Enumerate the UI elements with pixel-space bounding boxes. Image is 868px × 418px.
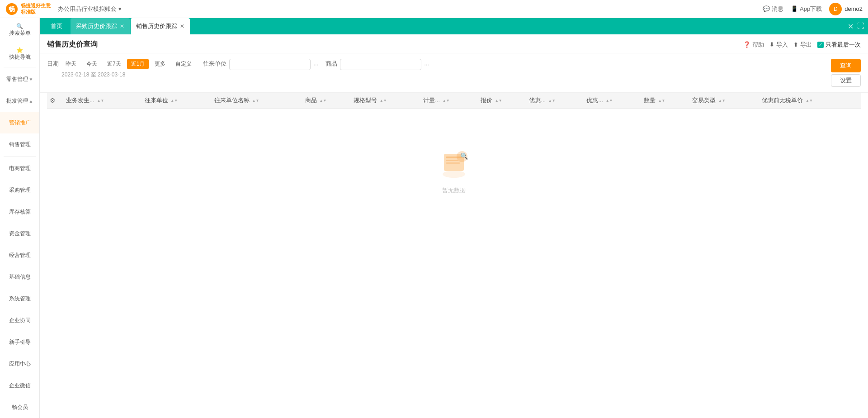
content-area: 首页 采购历史价跟踪 ✕ 销售历史价跟踪 ✕ ✕ ⛶ 销售历史价查询 [40,18,868,418]
sidebar-item-vip[interactable]: 畅会员 [0,396,39,418]
th-pretax-price[interactable]: 优惠前无税单价 ▲▼ [759,93,861,109]
th-unit[interactable]: 计量... ▲▼ [420,93,478,109]
sort-arrows-3: ▲▼ [252,99,259,103]
date-btn-1month[interactable]: 近1月 [127,59,149,69]
help-btn[interactable]: ❓ 帮助 [743,41,764,49]
sort-arrows-4: ▲▼ [320,99,327,103]
user-name: demo2 [844,5,863,12]
svg-text:🔍: 🔍 [460,152,468,160]
top-bar-right: 💬 消息 📱 App下载 D demo2 [763,3,863,15]
tab-close-purchase[interactable]: ✕ [120,24,124,29]
tab-home[interactable]: 首页 [43,18,70,34]
sidebar-item-search[interactable]: 🔍 搜索菜单 [0,18,39,42]
sidebar-item-ecommerce[interactable]: 电商管理 [0,157,39,179]
help-icon: ❓ [743,41,750,48]
data-table: ⚙ 业务发生... ▲▼ 往来单位 ▲▼ 往来单位名称 [47,93,861,109]
th-partner-name[interactable]: 往来单位名称 ▲▼ [212,93,302,109]
empty-icon: 🔍 [436,145,472,181]
sidebar-item-basic[interactable]: 基础信息 [0,266,39,288]
sort-arrows-11: ▲▼ [718,99,726,103]
tab-bar-actions: ✕ ⛶ [848,22,864,31]
chevron-up-icon: ▲ [29,99,33,104]
query-button[interactable]: 查询 [831,59,861,72]
th-partner-code[interactable]: 往来单位 ▲▼ [142,93,212,109]
export-btn[interactable]: ⬆ 导出 [793,41,812,49]
sidebar-item-purchase[interactable]: 采购管理 [0,179,39,201]
partner-dots[interactable]: ··· [313,61,318,68]
only-last-checkbox-area[interactable]: ✓ 只看最后一次 [817,41,861,49]
user-area[interactable]: D demo2 [829,3,863,15]
goods-input[interactable] [340,59,421,70]
table-header: ⚙ 业务发生... ▲▼ 往来单位 ▲▼ 往来单位名称 [47,93,861,109]
page-title: 销售历史价查询 [47,40,98,49]
message-btn[interactable]: 💬 消息 [763,5,783,13]
filter-actions: 查询 设置 [831,59,861,87]
sidebar-divider-2 [4,156,36,157]
date-btn-yesterday[interactable]: 昨天 [61,59,80,69]
import-btn[interactable]: ⬇ 导入 [769,41,788,49]
sidebar-item-appstore[interactable]: 应用中心 [0,353,39,375]
th-spec[interactable]: 规格型号 ▲▼ [351,93,420,109]
tab-purchase-history[interactable]: 采购历史价跟踪 ✕ [71,18,130,34]
download-icon: 📱 [791,5,798,12]
th-discount2[interactable]: 优惠... ▲▼ [584,93,641,109]
goods-label: 商品 [326,59,337,68]
tab-expand-btn[interactable]: ⛶ [857,22,864,30]
sidebar-item-retail[interactable]: 零售管理 ▼ [0,68,39,90]
page-content: 销售历史价查询 ❓ 帮助 ⬇ 导入 ⬆ 导出 ✓ [40,34,868,418]
th-goods[interactable]: 商品 ▲▼ [302,93,351,109]
tab-close-btn[interactable]: ✕ [848,22,854,31]
app-download-btn[interactable]: 📱 App下载 [791,5,822,13]
sidebar-item-inventory[interactable]: 库存核算 [0,201,39,223]
empty-state: 🔍 暂无数据 [47,109,861,231]
sidebar-item-sales[interactable]: 销售管理 [0,133,39,155]
th-quote-price[interactable]: 报价 ▲▼ [478,93,526,109]
dropdown-icon: ▾ [118,5,122,12]
sidebar-item-wechat[interactable]: 企业微信 [0,375,39,396]
main-layout: 🔍 搜索菜单 ⭐ 快捷导航 零售管理 ▼ 批发管理 ▲ 营销推广 销售管理 电商… [0,18,868,418]
filter-row: 日期 昨天 今天 近7天 近1月 更多 自定义 2023-02-18 至 202… [47,59,824,79]
sort-arrows-10: ▲▼ [658,99,665,103]
th-quantity[interactable]: 数量 ▲▼ [641,93,689,109]
sort-arrows-1: ▲▼ [97,99,104,103]
sidebar-item-finance[interactable]: 资金管理 [0,223,39,244]
sort-arrows-9: ▲▼ [606,99,613,103]
logo-area: 畅 畅捷通好生意 标准版 [5,3,51,15]
date-btn-custom[interactable]: 自定义 [171,59,196,69]
sort-arrows-6: ▲▼ [443,99,450,103]
top-bar-left: 畅 畅捷通好生意 标准版 办公用品行业模拟账套 ▾ [5,3,125,15]
tab-sales-history[interactable]: 销售历史价跟踪 ✕ [131,18,190,34]
th-business-date[interactable]: 业务发生... ▲▼ [63,93,142,109]
sidebar-item-system[interactable]: 系统管理 [0,288,39,309]
only-last-checkbox[interactable]: ✓ [817,42,824,48]
th-discount1[interactable]: 优惠... ▲▼ [526,93,584,109]
date-btn-more[interactable]: 更多 [151,59,170,69]
date-btn-group: 昨天 今天 近7天 近1月 更多 自定义 [61,59,196,69]
app-selector[interactable]: 办公用品行业模拟账套 ▾ [54,3,125,15]
sidebar-item-marketing[interactable]: 营销推广 [0,112,39,133]
goods-dots[interactable]: ··· [424,61,429,68]
tab-close-sales[interactable]: ✕ [180,24,184,29]
partner-input[interactable] [229,59,311,70]
logo-icon: 畅 [5,3,18,15]
sort-arrows-12: ▲▼ [806,99,813,103]
sidebar-item-shortcut[interactable]: ⭐ 快捷导航 [0,42,39,66]
th-settings[interactable]: ⚙ [47,93,63,109]
export-icon: ⬆ [793,41,798,48]
date-filter-group: 日期 昨天 今天 近7天 近1月 更多 自定义 2023-02-18 至 202… [47,59,196,79]
sort-arrows-8: ▲▼ [548,99,556,103]
settings-button[interactable]: 设置 [831,74,861,87]
sidebar-item-newbie[interactable]: 新手引导 [0,331,39,353]
page-actions: ❓ 帮助 ⬇ 导入 ⬆ 导出 ✓ 只看最后一次 [743,41,861,49]
empty-text: 暂无数据 [442,186,466,195]
sidebar: 🔍 搜索菜单 ⭐ 快捷导航 零售管理 ▼ 批发管理 ▲ 营销推广 销售管理 电商… [0,18,40,418]
sidebar-item-business[interactable]: 经营管理 [0,244,39,266]
avatar: D [829,3,842,15]
goods-filter-group: 商品 ··· [326,59,429,70]
date-btn-today[interactable]: 今天 [82,59,101,69]
sidebar-item-wholesale[interactable]: 批发管理 ▲ [0,90,39,112]
date-btn-7days[interactable]: 近7天 [103,59,125,69]
th-trade-type[interactable]: 交易类型 ▲▼ [689,93,759,109]
sidebar-item-enterprise[interactable]: 企业协同 [0,309,39,331]
top-bar: 畅 畅捷通好生意 标准版 办公用品行业模拟账套 ▾ 💬 消息 📱 App下载 D… [0,0,868,18]
